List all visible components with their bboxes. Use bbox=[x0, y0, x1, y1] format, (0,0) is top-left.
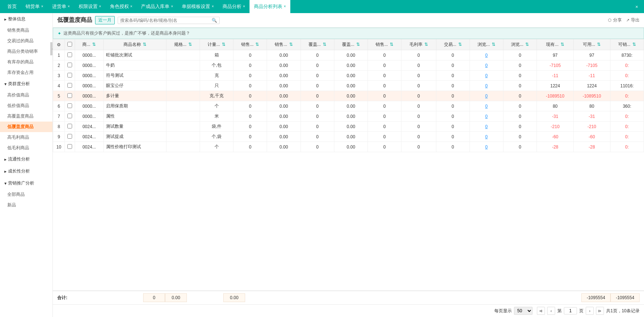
col-checkbox[interactable] bbox=[65, 39, 75, 50]
row-browse1-6[interactable]: 0 bbox=[470, 111, 503, 122]
sidebar-item-low-value[interactable]: 低价值商品 bbox=[0, 100, 52, 111]
row-trade-3: 0 bbox=[436, 81, 470, 91]
row-code-0: 0000... bbox=[75, 50, 104, 60]
sidebar-item-traded-goods[interactable]: 交易过的商品 bbox=[0, 36, 52, 46]
row-browse1-1[interactable]: 0 bbox=[470, 60, 503, 71]
col-sales-qty[interactable]: 销售... ⇅ bbox=[233, 39, 267, 50]
col-available[interactable]: 可用... ⇅ bbox=[573, 39, 610, 50]
row-checkbox-0[interactable] bbox=[65, 50, 75, 60]
row-checkbox-6[interactable] bbox=[65, 111, 75, 122]
col-gross-rate[interactable]: 毛利率 ⇅ bbox=[401, 39, 436, 50]
sidebar-item-sales-goods[interactable]: 销售类商品 bbox=[0, 25, 52, 36]
nav-item-template[interactable]: 单据模板设置 × bbox=[177, 0, 218, 13]
row-cover2-6: 0.00 bbox=[334, 111, 368, 122]
nav-item-permission[interactable]: 权限设置 × bbox=[74, 0, 106, 13]
row-cover2-5: 0.00 bbox=[334, 101, 368, 111]
table-row: 7 0000... 属性 米 0 0.00 0 0.00 0 0 0 0 0 -… bbox=[53, 111, 644, 122]
row-num-9: 10 bbox=[53, 142, 65, 152]
row-checkbox-9[interactable] bbox=[65, 142, 75, 152]
col-spec[interactable]: 规格... ⇅ bbox=[166, 39, 200, 50]
page-size-select[interactable]: 20 50 100 bbox=[514, 307, 533, 315]
col-saleable[interactable]: 可销... ⇅ bbox=[610, 39, 644, 50]
col-code[interactable]: 商... ⇅ bbox=[75, 39, 104, 50]
row-code-5: 0000... bbox=[75, 101, 104, 111]
last-page-button[interactable]: ⊳ bbox=[596, 307, 604, 315]
close-all-button[interactable]: × bbox=[632, 2, 641, 11]
search-icon[interactable]: 🔍 bbox=[212, 18, 217, 23]
row-available-9: -28 bbox=[573, 142, 610, 152]
export-button[interactable]: ↗ 导出 bbox=[626, 17, 640, 23]
col-unit[interactable]: 计量... ⇅ bbox=[200, 39, 233, 50]
prev-page-button[interactable]: ‹ bbox=[547, 307, 555, 315]
col-browse1[interactable]: 浏览... ⇅ bbox=[470, 39, 503, 50]
sidebar-item-all-goods[interactable]: 全部商品 bbox=[0, 189, 52, 200]
sidebar-section-marketing[interactable]: ▾ 营销推广分析 bbox=[0, 177, 52, 189]
nav-item-home[interactable]: 首页 bbox=[3, 0, 21, 13]
sidebar-section-flow[interactable]: ▸ 流通性分析 bbox=[0, 153, 52, 165]
row-checkbox-8[interactable] bbox=[65, 132, 75, 142]
row-num-5: 6 bbox=[53, 101, 65, 111]
row-saleable-7: 0: bbox=[610, 122, 644, 132]
col-settings[interactable]: ⚙ bbox=[53, 39, 65, 50]
search-input[interactable] bbox=[120, 18, 210, 23]
row-name-5: 启用保质期 bbox=[103, 101, 166, 111]
col-name[interactable]: 商品名称 ⇅ bbox=[103, 39, 166, 50]
sidebar-item-category-rate[interactable]: 商品分类动销率 bbox=[0, 46, 52, 57]
col-current[interactable]: 现有... ⇅ bbox=[537, 39, 574, 50]
sidebar-item-high-coverage[interactable]: 高覆盖度商品 bbox=[0, 111, 52, 122]
col-trade[interactable]: 交易... ⇅ bbox=[436, 39, 470, 50]
sidebar-section-overall[interactable]: ▸ 整体信息 bbox=[0, 13, 52, 25]
row-checkbox-1[interactable] bbox=[65, 60, 75, 71]
col-sales2[interactable]: 销售... ⇅ bbox=[368, 39, 401, 50]
select-all-checkbox[interactable] bbox=[67, 42, 72, 47]
sidebar-collapse-button[interactable]: « bbox=[50, 42, 53, 55]
sidebar-item-low-margin[interactable]: 低毛利商品 bbox=[0, 143, 52, 153]
page-size-label: 每页显示 bbox=[494, 308, 512, 314]
nav-item-role[interactable]: 角色授权 × bbox=[106, 0, 137, 13]
sidebar-item-stock-fund[interactable]: 库存资金占用 bbox=[0, 67, 52, 78]
row-sales-qty-8: 0 bbox=[233, 132, 267, 142]
row-checkbox-2[interactable] bbox=[65, 71, 75, 81]
first-page-button[interactable]: ⊲ bbox=[537, 307, 545, 315]
row-browse1-4[interactable]: 0 bbox=[470, 91, 503, 101]
col-cover2[interactable]: 覆盖... ⇅ bbox=[334, 39, 368, 50]
row-browse1-3[interactable]: 0 bbox=[470, 81, 503, 91]
row-browse1-5[interactable]: 0 bbox=[470, 101, 503, 111]
sidebar-item-high-margin[interactable]: 高毛利商品 bbox=[0, 132, 52, 143]
nav-item-sales[interactable]: 销货单 × bbox=[21, 0, 48, 13]
total-current: -1095554 bbox=[581, 293, 610, 302]
sidebar-item-new-goods[interactable]: 新品 bbox=[0, 200, 52, 210]
page-input[interactable] bbox=[564, 307, 577, 314]
row-browse1-2[interactable]: 0 bbox=[470, 71, 503, 81]
col-browse2[interactable]: 浏览... ⇅ bbox=[503, 39, 537, 50]
sidebar-item-stocked-goods[interactable]: 有库存的商品 bbox=[0, 57, 52, 67]
sidebar-section-group[interactable]: ▾ 类群度分析 bbox=[0, 78, 52, 90]
row-checkbox-3[interactable] bbox=[65, 81, 75, 91]
row-saleable-9: 0: bbox=[610, 142, 644, 152]
row-checkbox-7[interactable] bbox=[65, 122, 75, 132]
row-unit-4: 克,千克 bbox=[200, 91, 233, 101]
row-code-3: 0000... bbox=[75, 81, 104, 91]
share-button[interactable]: ⬡ 分享 bbox=[608, 17, 622, 23]
row-browse1-7[interactable]: 0 bbox=[470, 122, 503, 132]
row-sales-amt-9: 0.00 bbox=[267, 142, 301, 152]
row-gross-rate-2: 0 bbox=[401, 71, 436, 81]
nav-item-product[interactable]: 产成品入库单 × bbox=[137, 0, 177, 13]
row-browse1-8[interactable]: 0 bbox=[470, 132, 503, 142]
col-sales-amt[interactable]: 销售... ⇅ bbox=[267, 39, 301, 50]
nav-item-purchase[interactable]: 进货单 × bbox=[48, 0, 74, 13]
info-banner: ✦ 这类商品只有很少客户购买过，是推广不够，还是商品本身问题？ bbox=[53, 28, 644, 39]
col-cover1[interactable]: 覆盖... ⇅ bbox=[301, 39, 334, 50]
nav-item-analysis[interactable]: 商品分析 × bbox=[218, 0, 250, 13]
sidebar-item-high-value[interactable]: 高价值商品 bbox=[0, 90, 52, 100]
sidebar-section-growth[interactable]: ▸ 成长性分析 bbox=[0, 165, 52, 177]
row-browse1-0[interactable]: 0 bbox=[470, 50, 503, 60]
row-browse1-9[interactable]: 0 bbox=[470, 142, 503, 152]
nav-item-analysis-list[interactable]: 商品分析列表 × bbox=[250, 0, 290, 13]
date-filter-button[interactable]: 近一月 bbox=[95, 16, 115, 24]
row-checkbox-4[interactable] bbox=[65, 91, 75, 101]
row-spec-5 bbox=[166, 101, 200, 111]
sidebar-item-low-coverage[interactable]: 低覆盖度商品 bbox=[0, 122, 52, 132]
next-page-button[interactable]: › bbox=[586, 307, 594, 315]
row-checkbox-5[interactable] bbox=[65, 101, 75, 111]
